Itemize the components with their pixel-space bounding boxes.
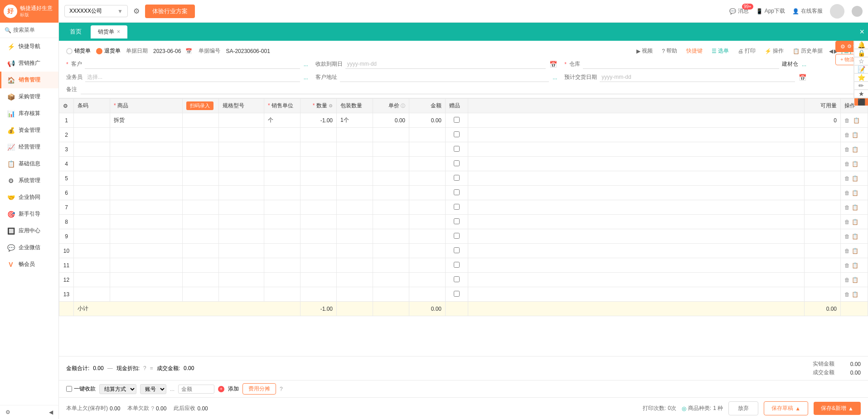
help-btn[interactable]: ? 帮助	[659, 46, 680, 56]
close-all-tabs[interactable]: ×	[859, 27, 864, 37]
save-draft-button[interactable]: 保存草稿 ▲	[764, 401, 808, 415]
sidebar-item-system[interactable]: ⚙ 系统管理	[0, 172, 58, 189]
trial-button[interactable]: 体验行业方案	[145, 5, 195, 18]
sidebar-item-apps[interactable]: 🔲 应用中心	[0, 222, 58, 239]
gift-checkbox[interactable]	[454, 291, 460, 297]
delivery-cal-icon[interactable]: 📅	[799, 74, 806, 81]
tab-sales-order[interactable]: 销货单 ×	[91, 25, 127, 39]
online-service-btn[interactable]: 👤 在线客服	[792, 7, 823, 15]
gift-checkbox[interactable]	[454, 131, 460, 137]
delete-icon[interactable]: 🗑	[844, 262, 850, 269]
gift-checkbox[interactable]	[454, 204, 460, 210]
shortcut-btn[interactable]: 快捷键	[684, 46, 705, 56]
delete-icon[interactable]: 🗑	[844, 248, 850, 254]
delete-icon[interactable]: 🗑	[844, 132, 850, 138]
salesman-input[interactable]	[85, 72, 300, 82]
scan-btn[interactable]: 扫码录入	[186, 101, 213, 110]
date-cal-icon[interactable]: 📅	[185, 48, 192, 54]
warehouse-input[interactable]	[583, 59, 779, 69]
search-menu[interactable]: 🔍 搜索菜单	[0, 23, 58, 38]
sidebar-item-basic[interactable]: 📋 基础信息	[0, 155, 58, 172]
delete-icon[interactable]: 🗑	[844, 146, 850, 153]
payment-date-input[interactable]	[345, 59, 546, 69]
delete-icon[interactable]: 🗑	[844, 190, 850, 196]
delete-icon[interactable]: 🗑	[844, 204, 850, 211]
gift-checkbox[interactable]	[454, 218, 460, 224]
gift-checkbox[interactable]	[454, 276, 460, 282]
copy-icon[interactable]: 📋	[852, 219, 858, 225]
copy-icon[interactable]: 📋	[852, 146, 858, 153]
gift-checkbox[interactable]	[454, 175, 460, 181]
collapse-icon[interactable]: ◀	[49, 409, 53, 415]
copy-icon[interactable]: 📋	[852, 132, 858, 138]
header-settings-icon[interactable]: ⚙	[133, 7, 140, 15]
add-payment-btn[interactable]: +	[218, 386, 224, 392]
float-icon-4[interactable]: 📝	[854, 65, 868, 73]
th-settings[interactable]: ⚙	[59, 99, 74, 113]
copy-icon[interactable]: 📋	[853, 117, 860, 124]
sidebar-item-enterprise[interactable]: 🤝 企业协同	[0, 189, 58, 206]
sidebar-item-wechat[interactable]: 💬 企业微信	[0, 239, 58, 256]
gift-checkbox[interactable]	[454, 247, 460, 253]
select-btn[interactable]: ☰ 选单	[709, 46, 732, 56]
float-icon-5[interactable]: ⭐	[854, 73, 868, 82]
gift-checkbox[interactable]	[454, 146, 460, 152]
calc-method-select[interactable]: 结算方式	[99, 384, 136, 394]
copy-icon[interactable]: 📋	[852, 248, 858, 254]
tab-close-icon[interactable]: ×	[117, 29, 120, 35]
sidebar-item-finance[interactable]: 💰 资金管理	[0, 122, 58, 139]
float-icon-7[interactable]: ★	[854, 90, 868, 98]
customer-input[interactable]	[85, 59, 300, 69]
sidebar-item-guide[interactable]: 🎯 新手引导	[0, 206, 58, 222]
delete-icon[interactable]: 🗑	[844, 291, 850, 298]
copy-icon[interactable]: 📋	[852, 204, 858, 211]
warehouse-dots[interactable]: ...	[802, 61, 806, 67]
customer-addr-input[interactable]	[340, 72, 549, 82]
one-click-payment-check[interactable]: 一键收款	[66, 385, 96, 393]
amount-input[interactable]	[178, 385, 214, 394]
row-goods[interactable]: 拆货	[110, 113, 183, 128]
app-download-btn[interactable]: 📱 App下载	[756, 7, 785, 15]
fenpei-btn[interactable]: 费用分摊	[242, 383, 276, 395]
row-price[interactable]: 0.00	[373, 113, 409, 128]
delete-icon[interactable]: 🗑	[844, 277, 850, 283]
float-icon-3[interactable]: ☆	[854, 57, 868, 65]
abandon-button[interactable]: 放弃	[728, 401, 758, 415]
sidebar-item-purchase[interactable]: 📦 采购管理	[0, 88, 58, 105]
copy-icon[interactable]: 📋	[852, 175, 858, 182]
gift-checkbox[interactable]	[454, 160, 460, 166]
delete-icon[interactable]: 🗑	[844, 161, 850, 167]
row-qty[interactable]: -1.00	[301, 113, 337, 128]
salesman-dots[interactable]: ...	[304, 74, 308, 81]
row-barcode[interactable]	[74, 113, 110, 128]
delete-icon[interactable]: 🗑	[844, 219, 850, 225]
row-unit[interactable]: 个	[264, 113, 301, 128]
float-icon-2[interactable]: 🔒	[854, 49, 868, 57]
payment-checkbox[interactable]	[66, 386, 72, 392]
copy-icon[interactable]: 📋	[852, 291, 858, 298]
gift-checkbox[interactable]	[454, 233, 460, 239]
copy-icon[interactable]: 📋	[852, 262, 858, 269]
sidebar-item-inventory[interactable]: 📊 库存核算	[0, 105, 58, 122]
company-selector[interactable]: XXXXXX公司 ▼	[64, 5, 128, 17]
user-avatar[interactable]	[830, 4, 844, 19]
sidebar-item-sales[interactable]: 🏠 销售管理	[0, 72, 58, 88]
customer-dots[interactable]: ...	[304, 61, 308, 67]
row-spec[interactable]	[219, 113, 264, 128]
copy-icon[interactable]: 📋	[852, 161, 858, 167]
operation-btn[interactable]: ⚡ 操作	[762, 46, 786, 56]
sidebar-item-operation[interactable]: 📈 经营管理	[0, 139, 58, 155]
payment-cal-icon[interactable]: 📅	[549, 61, 557, 68]
row-amount[interactable]: 0.00	[409, 113, 446, 128]
video-btn[interactable]: ▶ 视频	[634, 46, 655, 56]
sidebar-item-marketing[interactable]: 📢 营销推广	[0, 55, 58, 72]
row-gift[interactable]	[446, 113, 468, 128]
copy-icon[interactable]: 📋	[852, 277, 858, 283]
float-icon-1[interactable]: 🔔	[854, 41, 868, 49]
float-icon-6[interactable]: ✏	[854, 82, 868, 90]
sidebar-item-quick-nav[interactable]: ⚡ 快捷导航	[0, 38, 58, 55]
print-btn[interactable]: 🖨 打印	[735, 46, 758, 56]
customer-addr-dots[interactable]: ...	[553, 74, 557, 81]
user-avatar2[interactable]	[852, 6, 863, 17]
prev-icon[interactable]: ◀	[829, 48, 833, 54]
